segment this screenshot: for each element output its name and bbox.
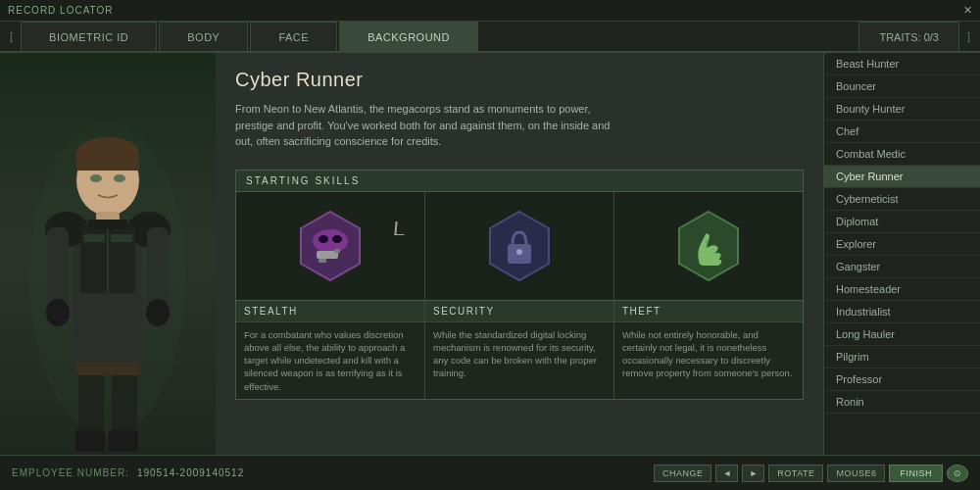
skills-header: STARTING SKILLS (236, 171, 803, 192)
svg-rect-7 (111, 234, 132, 242)
svg-point-33 (516, 249, 522, 255)
sidebar-item-cyberneticist[interactable]: Cyberneticist (824, 188, 980, 211)
theft-skill-desc: While not entirely honorable, and certai… (614, 322, 803, 399)
character-silhouette (20, 82, 196, 455)
sidebar-item-bouncer[interactable]: Bouncer (824, 75, 980, 98)
bottom-buttons: CHANGE ◄ ► ROTATE MOUSE6 FINISH ⊙ (654, 465, 968, 482)
svg-rect-30 (318, 259, 326, 263)
sidebar-item-combat-medic[interactable]: Combat Medic (824, 143, 980, 166)
tab-background[interactable]: BACKGROUND (339, 22, 478, 51)
right-sidebar: Beast Hunter Bouncer Bounty Hunter Chef … (823, 53, 980, 455)
skills-grid: STEALTH For a combatant who values discr… (236, 192, 803, 399)
sidebar-item-gangster[interactable]: Gangster (824, 256, 980, 278)
sidebar-item-chef[interactable]: Chef (824, 121, 980, 143)
bottom-bar: EMPLOYEE NUMBER: 190514-2009140512 CHANG… (0, 455, 980, 490)
svg-rect-9 (147, 227, 169, 306)
skill-card-security: SECURITY While the standardized digital … (425, 192, 614, 399)
svg-marker-36 (679, 212, 738, 280)
character-portrait (0, 53, 216, 455)
security-hex-icon (480, 207, 559, 285)
svg-rect-6 (83, 234, 105, 242)
security-skill-name: SECURITY (425, 300, 613, 322)
sidebar-item-homesteader[interactable]: Homesteader (824, 278, 980, 301)
theft-icon-area (614, 192, 803, 300)
record-locator-title: RECORD LOCATOR (8, 5, 114, 16)
sidebar-item-professor[interactable]: Professor (824, 368, 980, 391)
svg-point-11 (146, 299, 170, 326)
tab-body[interactable]: BODY (159, 22, 248, 51)
sidebar-item-diplomat[interactable]: Diplomat (824, 211, 980, 233)
svg-rect-23 (88, 220, 127, 229)
skill-card-stealth: STEALTH For a combatant who values discr… (236, 192, 425, 399)
stealth-hex-icon (291, 207, 369, 285)
finish-circle-button[interactable]: ⊙ (947, 465, 968, 482)
sidebar-item-industrialist[interactable]: Industrialist (824, 301, 980, 323)
portrait-area (0, 53, 216, 455)
sidebar-item-long-hauler[interactable]: Long Hauler (824, 323, 980, 346)
sidebar-item-pilgrim[interactable]: Pilgrim (824, 346, 980, 368)
svg-point-10 (46, 299, 70, 326)
prev-button[interactable]: ◄ (715, 465, 738, 482)
right-bracket: ] (961, 30, 976, 42)
svg-rect-29 (334, 249, 340, 253)
sidebar-item-explorer[interactable]: Explorer (824, 233, 980, 256)
skill-card-theft: THEFT While not entirely honorable, and … (614, 192, 803, 399)
security-skill-desc: While the standardized digital locking m… (425, 322, 613, 399)
close-icon[interactable]: ✕ (963, 4, 972, 17)
main-content: Cyber Runner From Neon to New Atlantis, … (0, 53, 980, 455)
cursor-indicator (394, 221, 405, 235)
stealth-icon-area (236, 192, 424, 300)
svg-rect-19 (76, 153, 139, 171)
theft-skill-name: THEFT (614, 300, 803, 322)
sidebar-item-bounty-hunter[interactable]: Bounty Hunter (824, 98, 980, 121)
background-description: From Neon to New Atlantis, the megacorps… (235, 101, 627, 150)
theft-hex-icon (669, 207, 748, 285)
rotate-button[interactable]: ROTATE (768, 465, 823, 482)
change-button[interactable]: CHANGE (654, 465, 712, 482)
svg-point-21 (114, 174, 125, 182)
stealth-skill-desc: For a combatant who values discretion ab… (236, 322, 424, 399)
svg-rect-8 (47, 227, 69, 306)
svg-rect-16 (76, 362, 139, 375)
tab-face[interactable]: FACE (250, 22, 337, 51)
svg-point-26 (318, 235, 328, 243)
finish-button[interactable]: FINISH (889, 465, 943, 482)
stealth-skill-name: STEALTH (236, 300, 424, 322)
nav-tabs: [ BIOMETRIC ID BODY FACE BACKGROUND TRAI… (0, 22, 980, 53)
background-title: Cyber Runner (235, 69, 804, 91)
tab-biometric-id[interactable]: BIOMETRIC ID (21, 22, 157, 51)
sidebar-item-cyber-runner[interactable]: Cyber Runner (824, 166, 980, 188)
sidebar-item-beast-hunter[interactable]: Beast Hunter (824, 53, 980, 75)
tab-traits[interactable]: TRAITS: 0/3 (858, 22, 959, 51)
skills-section: STARTING SKILLS (235, 170, 804, 400)
svg-rect-15 (109, 430, 138, 452)
employee-label: EMPLOYEE NUMBER: (12, 467, 129, 478)
mouse6-button[interactable]: MOUSE6 (827, 465, 885, 482)
next-button[interactable]: ► (742, 465, 764, 482)
sidebar-item-ronin[interactable]: Ronin (824, 391, 980, 414)
svg-point-27 (332, 235, 342, 243)
left-bracket: [ (4, 30, 19, 42)
top-bar: RECORD LOCATOR ✕ (0, 0, 980, 22)
svg-rect-14 (75, 430, 105, 452)
svg-point-25 (313, 229, 348, 253)
security-icon-area (425, 192, 613, 300)
center-content: Cyber Runner From Neon to New Atlantis, … (216, 53, 823, 455)
svg-point-20 (90, 174, 102, 182)
employee-number: 190514-2009140512 (137, 467, 244, 478)
